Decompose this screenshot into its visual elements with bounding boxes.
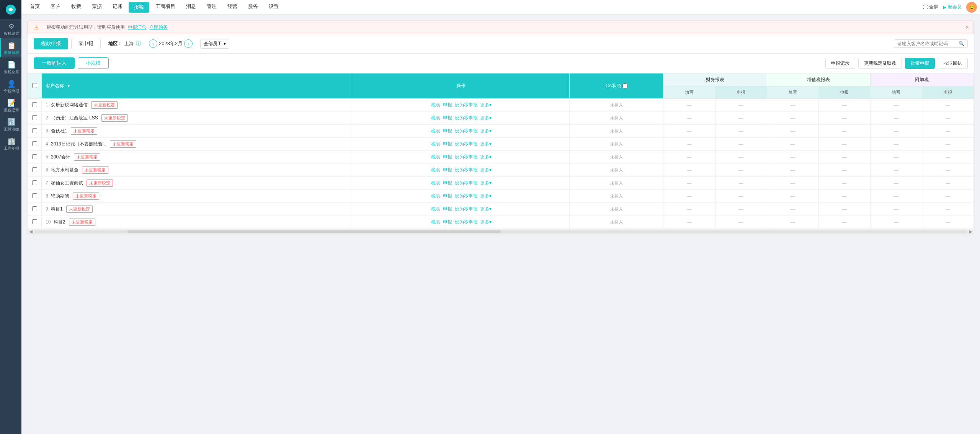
scroll-right-arrow[interactable]: ▶: [969, 229, 972, 234]
nav-tax[interactable]: 报税: [129, 2, 149, 13]
batch-declaration-button[interactable]: 批量申报: [905, 58, 935, 69]
row-op-zero-report[interactable]: 设为零申报: [455, 102, 478, 108]
row-checkbox-9[interactable]: [32, 219, 37, 224]
row-op-zero-report[interactable]: 设为零申报: [455, 128, 478, 134]
row-op-tax-form[interactable]: 税表: [431, 128, 440, 134]
row-checkbox-3[interactable]: [32, 141, 37, 146]
row-op-report[interactable]: 申报: [443, 206, 452, 212]
row-op-report[interactable]: 申报: [443, 102, 452, 108]
nav-settings[interactable]: 设置: [263, 0, 284, 15]
sort-icon[interactable]: ▼: [67, 84, 70, 88]
collect-receipt-button[interactable]: 收取回执: [938, 58, 968, 69]
row-op-tax-form[interactable]: 税表: [431, 141, 440, 147]
row-op-tax-form[interactable]: 税表: [431, 167, 440, 173]
row-op-report[interactable]: 申报: [443, 115, 452, 121]
row-cwbb-fill: —: [663, 190, 715, 203]
sidebar-item-batch-tax[interactable]: 📋 批量报税: [0, 38, 21, 57]
bottom-scrollbar[interactable]: ◀ ▶: [28, 229, 974, 233]
row-op-zero-report[interactable]: 设为零申报: [455, 219, 478, 225]
ca-check[interactable]: [622, 83, 627, 88]
row-op-zero-report[interactable]: 设为零申报: [455, 154, 478, 160]
row-op-zero-report[interactable]: 设为零申报: [455, 167, 478, 173]
nav-messages[interactable]: 消息: [181, 0, 201, 15]
row-op-more[interactable]: 更多▾: [480, 193, 492, 199]
nav-home[interactable]: 首页: [24, 0, 45, 15]
fullscreen-button[interactable]: ⛶ 全屏: [923, 4, 938, 10]
nav-bizproject[interactable]: 工商项目: [150, 0, 181, 15]
row-checkbox-4[interactable]: [32, 154, 37, 159]
row-op-tax-form[interactable]: 税表: [431, 193, 440, 199]
row-op-tax-form[interactable]: 税表: [431, 219, 440, 225]
select-all-checkbox[interactable]: [32, 83, 37, 88]
date-next-button[interactable]: ›: [184, 39, 193, 48]
nav-operations[interactable]: 经营: [222, 0, 243, 15]
row-checkbox-8[interactable]: [32, 206, 37, 211]
row-op-report[interactable]: 申报: [443, 167, 452, 173]
row-op-report[interactable]: 申报: [443, 141, 452, 147]
sidebar-item-tax-records[interactable]: 📝 报税记录: [0, 96, 21, 115]
sidebar-item-annual-report[interactable]: 🏢 工商年报: [0, 134, 21, 153]
update-tax-button[interactable]: 更新税定及取数: [858, 58, 902, 69]
row-op-zero-report[interactable]: 设为零申报: [455, 206, 478, 212]
scroll-left-arrow[interactable]: ◀: [29, 229, 33, 234]
row-op-tax-form[interactable]: 税表: [431, 102, 440, 108]
member-button[interactable]: ▶ 畅会员: [943, 4, 962, 10]
row-op-report[interactable]: 申报: [443, 154, 452, 160]
row-checkbox-1[interactable]: [32, 115, 37, 120]
sidebar-item-personal-tax[interactable]: 👤 个税申报: [0, 77, 21, 96]
sidebar-item-tax-settings[interactable]: ⚙ 报税设置: [0, 19, 21, 38]
row-checkbox-6[interactable]: [32, 180, 37, 185]
search-input[interactable]: [897, 41, 959, 46]
nav-management[interactable]: 管理: [201, 0, 222, 15]
banner-link2[interactable]: 立即购买: [149, 24, 168, 31]
row-op-zero-report[interactable]: 设为零申报: [455, 115, 478, 121]
sidebar-item-tax-overview[interactable]: 📄 报税总览: [0, 57, 21, 77]
row-checkbox-2[interactable]: [32, 128, 37, 133]
row-op-more[interactable]: 更多▾: [480, 102, 492, 108]
row-op-report[interactable]: 申报: [443, 193, 452, 199]
row-op-zero-report[interactable]: 设为零申报: [455, 180, 478, 186]
date-prev-button[interactable]: ‹: [149, 39, 157, 48]
tab-tax-declaration[interactable]: 税款申报: [34, 38, 68, 49]
nav-invoices[interactable]: 票据: [87, 0, 107, 15]
row-op-more[interactable]: 更多▾: [480, 219, 492, 225]
row-checkbox-7[interactable]: [32, 193, 37, 198]
row-op-report[interactable]: 申报: [443, 180, 452, 186]
row-op-more[interactable]: 更多▾: [480, 154, 492, 160]
row-sbbb-fill: —: [767, 125, 818, 138]
row-status-tag: 未更新税定: [91, 101, 118, 109]
sidebar-item-settlement[interactable]: 🔢 汇算清缴: [0, 115, 21, 134]
row-op-more[interactable]: 更多▾: [480, 141, 492, 147]
row-checkbox-0[interactable]: [32, 102, 37, 107]
search-icon[interactable]: 🔍: [959, 41, 964, 46]
row-op-zero-report[interactable]: 设为零申报: [455, 193, 478, 199]
tab-zero-declaration[interactable]: 零申报: [71, 38, 101, 49]
row-op-zero-report[interactable]: 设为零申报: [455, 141, 478, 147]
avatar[interactable]: 😊: [966, 2, 977, 13]
row-fjsb-fill: —: [870, 177, 922, 190]
nav-services[interactable]: 服务: [243, 0, 263, 15]
info-icon[interactable]: ⓘ: [136, 40, 141, 47]
banner-close-button[interactable]: ×: [965, 24, 969, 31]
row-op-tax-form[interactable]: 税表: [431, 154, 440, 160]
banner-link1[interactable]: 申报汇总: [128, 24, 146, 31]
row-op-more[interactable]: 更多▾: [480, 167, 492, 173]
declaration-records-button[interactable]: 申报记录: [825, 58, 855, 69]
nav-clients[interactable]: 客户: [45, 0, 66, 15]
nav-accounting[interactable]: 记账: [107, 0, 128, 15]
tab-general-taxpayer[interactable]: 一般的纳人: [34, 57, 75, 69]
row-op-tax-form[interactable]: 税表: [431, 206, 440, 212]
row-checkbox-5[interactable]: [32, 167, 37, 172]
nav-billing[interactable]: 收费: [66, 0, 87, 15]
row-op-more[interactable]: 更多▾: [480, 206, 492, 212]
row-op-more[interactable]: 更多▾: [480, 115, 492, 121]
row-op-tax-form[interactable]: 税表: [431, 115, 440, 121]
row-op-more[interactable]: 更多▾: [480, 128, 492, 134]
row-op-report[interactable]: 申报: [443, 219, 452, 225]
records-icon: 📝: [7, 99, 16, 107]
row-op-tax-form[interactable]: 税表: [431, 180, 440, 186]
tab-small-scale[interactable]: 小规模: [78, 57, 109, 69]
row-op-report[interactable]: 申报: [443, 128, 452, 134]
row-op-more[interactable]: 更多▾: [480, 180, 492, 186]
department-selector[interactable]: 全部员工 ▾: [200, 39, 229, 49]
